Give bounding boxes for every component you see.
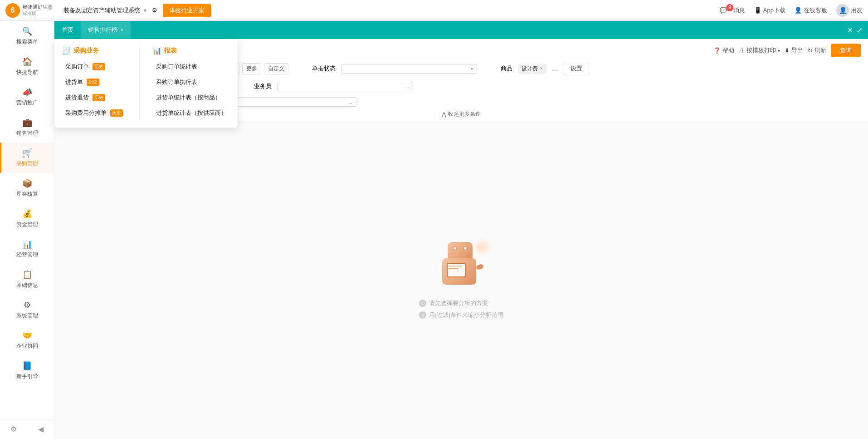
export-button[interactable]: ⬇ 导出 [785,46,803,54]
status-select[interactable]: ▾ [341,64,477,74]
salesperson-select-arrow: ... [405,84,409,89]
sidebar-item-sales[interactable]: 💼 销售管理 [0,112,54,143]
logo-area: 6 畅捷通好生意 标准版 [5,3,60,18]
purchase-title-text: 采购业务 [73,47,99,55]
empty-hints: ① 请先选择要分析的方案 ② 用[过滤]条件来缩小分析范围 [419,299,503,319]
print-button[interactable]: 🖨 按模板打印 ▾ [739,46,780,54]
dropdown-item-order-stat[interactable]: 采购订单统计表 [152,59,230,74]
tab-fullscreen-icon[interactable]: ⤢ [857,26,863,35]
empty-hint-1: ① 请先选择要分析的方案 [419,299,503,307]
dropdown-purchase-col: 🧾 采购业务 采购订单 历史 进货单 历史 进货退货 历史 采购费用分摊单 历史 [62,46,127,120]
sidebar-item-marketing-label: 营销推广 [16,99,38,107]
sidebar-item-system-label: 系统管理 [16,312,38,320]
purchase-order-label: 采购订单 [65,63,89,71]
tab-close-window-icon[interactable]: ✕ [847,26,853,35]
system-icon: ⚙ [24,300,31,310]
sidebar-item-purchase-label: 采购管理 [16,160,38,168]
goods-dots[interactable]: ... [552,64,558,73]
sidebar-settings-icon[interactable]: ⚙ [10,425,17,434]
dropdown-item-expense[interactable]: 采购费用分摊单 历史 [62,106,127,120]
help-button[interactable]: ❓ 帮助 [713,46,734,54]
dropdown-item-purchase-order[interactable]: 采购订单 历史 [62,59,127,74]
sidebar-item-guide[interactable]: 📘 新手引导 [0,355,54,386]
system-title-area: 装备及固定资产辅助管理系统 ▾ ⚙ [63,6,157,15]
purchase-icon: 🛒 [22,148,32,158]
sidebar-item-fund[interactable]: 💰 资金管理 [0,203,54,234]
logo-icon: 6 [5,3,20,18]
incoming-label: 进货单 [65,78,83,86]
sidebar-item-quick-nav-label: 快捷导航 [16,69,38,76]
tab-bar: 首页 销售排行榜 × ✕ ⤢ [54,21,868,39]
sidebar-item-inventory[interactable]: 📦 库存核算 [0,173,54,203]
dropdown-item-order-exec[interactable]: 采购订单执行表 [152,75,230,89]
goods-label: 商品 [501,64,512,73]
phone-icon: 📱 [754,7,761,14]
expense-history: 历史 [110,109,123,117]
export-label: 导出 [791,46,803,54]
query-button[interactable]: 查询 [831,44,861,57]
print-label: 按模板打印 [746,46,776,54]
hint1-circle: ① [419,300,426,307]
dropdown-item-incoming[interactable]: 进货单 历史 [62,75,127,89]
hint2-circle: ② [419,311,426,319]
user-avatar: 👤 [836,4,849,17]
sidebar-item-search-label: 搜索菜单 [16,38,38,46]
purchase-title-icon: 🧾 [62,46,71,55]
sidebar-item-corp[interactable]: 🤝 企业协同 [0,325,54,355]
hint1-text: 请先选择要分析的方案 [429,299,488,307]
refresh-label: 刷新 [814,46,826,54]
sidebar-item-sales-label: 销售管理 [16,129,38,137]
sidebar-item-base-info[interactable]: 📋 基础信息 [0,264,54,295]
sidebar-item-marketing[interactable]: 📣 营销推广 [0,82,54,112]
purchase-order-history: 历史 [93,63,105,70]
marketing-icon: 📣 [22,87,32,97]
order-exec-label: 采购订单执行表 [156,78,197,86]
corp-icon: 🤝 [22,330,32,340]
empty-hint-2: ② 用[过滤]条件来缩小分析范围 [419,311,503,319]
salesperson-select[interactable]: ... [277,82,413,91]
notification-item[interactable]: 💬 9 消息 [720,6,745,15]
dropdown-report-col: 📊 报表 采购订单统计表 采购订单执行表 进货单统计表（按商品） 进货单统计表（… [152,46,230,120]
sidebar-item-corp-label: 企业协同 [16,342,38,350]
sidebar-item-quick-nav[interactable]: 🏠 快捷导航 [0,51,54,82]
sidebar-item-search[interactable]: 🔍 搜索菜单 [0,21,54,51]
sidebar-item-operation[interactable]: 📊 经营管理 [0,234,54,264]
dropdown-item-return[interactable]: 进货退货 历史 [62,90,127,105]
dropdown-menu: 🧾 采购业务 采购订单 历史 进货单 历史 进货退货 历史 采购费用分摊单 历史… [54,39,238,128]
goods-tag: 设计费 × [518,64,546,74]
tab-sales-rank[interactable]: 销售排行榜 × [81,21,131,39]
order-stat-label: 采购订单统计表 [156,63,197,71]
incoming-by-goods-label: 进货单统计表（按商品） [156,94,221,102]
dropdown-item-incoming-by-supplier[interactable]: 进货单统计表（按供应商） [152,106,230,120]
goods-tag-close[interactable]: × [540,65,543,72]
status-select-arrow: ▾ [471,66,473,71]
empty-state: ① 请先选择要分析的方案 ② 用[过滤]条件来缩小分析范围 [54,122,868,439]
customer-select[interactable]: ... [220,97,356,107]
sidebar: 🔍 搜索菜单 🏠 快捷导航 📣 营销推广 💼 销售管理 🛒 采购管理 📦 库存核… [0,21,54,439]
user-item[interactable]: 👤 用友 [836,4,863,17]
sidebar-item-system[interactable]: ⚙ 系统管理 [0,295,54,325]
header-settings-icon[interactable]: ⚙ [152,7,157,14]
refresh-icon: ↻ [808,47,813,54]
system-title-arrow[interactable]: ▾ [144,7,146,14]
online-service-item[interactable]: 👤 在线客服 [795,6,827,15]
dropdown-item-incoming-by-goods[interactable]: 进货单统计表（按商品） [152,90,230,105]
message-label: 消息 [733,6,745,15]
empty-illustration [434,242,488,292]
quick-more-button[interactable]: 更多 [242,63,261,74]
tab-close-icon[interactable]: × [120,27,123,33]
service-icon: 👤 [795,7,802,14]
tab-home[interactable]: 首页 [54,21,81,39]
guide-icon: 📘 [22,361,32,371]
sidebar-item-operation-label: 经营管理 [16,251,38,259]
tab-home-label: 首页 [62,26,73,34]
sidebar-item-purchase[interactable]: 🛒 采购管理 [0,143,54,173]
refresh-button[interactable]: ↻ 刷新 [808,46,826,54]
trial-button[interactable]: 体验行业方案 [163,4,211,17]
base-info-icon: 📋 [22,270,32,280]
app-download-item[interactable]: 📱 App下载 [754,6,785,15]
quick-custom-button[interactable]: 自定义 [264,63,288,74]
collapse-label: 收起更多条件 [448,110,481,118]
settings-small-button[interactable]: 设置 [564,62,589,75]
sidebar-collapse-icon[interactable]: ◀ [38,425,44,434]
